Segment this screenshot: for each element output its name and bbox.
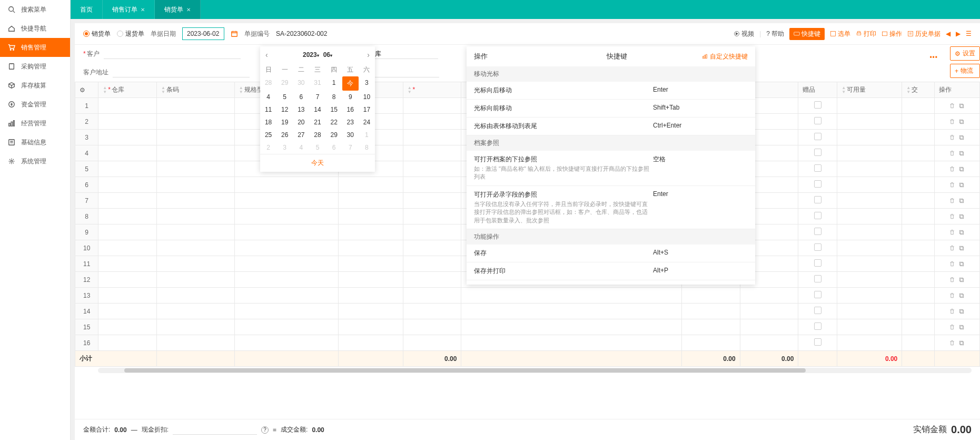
day-cell[interactable]: 17 bbox=[359, 103, 375, 116]
gift-cell[interactable] bbox=[798, 224, 837, 240]
delete-icon[interactable] bbox=[949, 324, 955, 330]
cell[interactable] bbox=[157, 145, 235, 161]
cell[interactable] bbox=[902, 304, 935, 319]
sidebar-item-search[interactable]: 搜索菜单 bbox=[0, 0, 70, 19]
checkbox-icon[interactable] bbox=[814, 117, 821, 124]
day-cell[interactable]: 3 bbox=[276, 141, 293, 154]
delete-icon[interactable] bbox=[949, 213, 955, 220]
date-input[interactable]: 2023-06-02 bbox=[182, 27, 224, 40]
cell[interactable] bbox=[902, 335, 935, 351]
cell[interactable] bbox=[338, 288, 403, 304]
cell[interactable] bbox=[740, 304, 798, 319]
cell[interactable] bbox=[403, 145, 461, 161]
cell[interactable] bbox=[338, 272, 403, 288]
cell[interactable] bbox=[338, 304, 403, 319]
cell[interactable] bbox=[157, 240, 235, 256]
cell[interactable] bbox=[338, 224, 403, 240]
cell[interactable] bbox=[98, 272, 157, 288]
day-cell[interactable]: 4 bbox=[293, 141, 309, 154]
cell[interactable] bbox=[837, 98, 902, 114]
sidebar-item-basic[interactable]: 基础信息 bbox=[0, 133, 70, 152]
month-select[interactable]: 06▾ bbox=[323, 51, 332, 58]
copy-icon[interactable] bbox=[958, 324, 965, 330]
close-icon[interactable]: ✕ bbox=[186, 7, 191, 13]
day-cell[interactable]: 22 bbox=[326, 116, 342, 129]
cell[interactable] bbox=[157, 272, 235, 288]
cell[interactable] bbox=[403, 319, 461, 335]
delete-icon[interactable] bbox=[949, 150, 955, 157]
day-cell[interactable]: 7 bbox=[309, 91, 325, 103]
cell[interactable] bbox=[837, 145, 902, 161]
delete-icon[interactable] bbox=[949, 134, 955, 141]
gift-cell[interactable] bbox=[798, 161, 837, 177]
checkbox-icon[interactable] bbox=[814, 322, 821, 330]
sidebar-item-system[interactable]: 系统管理 bbox=[0, 152, 70, 171]
col-barcode[interactable]: ▲▼条码 bbox=[157, 82, 235, 98]
col-req[interactable]: ▲▼* bbox=[403, 82, 461, 98]
gift-cell[interactable] bbox=[798, 177, 837, 193]
cell[interactable] bbox=[98, 161, 157, 177]
cell[interactable] bbox=[338, 209, 403, 224]
cell[interactable] bbox=[338, 240, 403, 256]
gift-cell[interactable] bbox=[798, 114, 837, 130]
cell[interactable] bbox=[403, 177, 461, 193]
radio-return[interactable]: 退货单 bbox=[117, 30, 144, 38]
cell[interactable] bbox=[157, 177, 235, 193]
day-cell[interactable]: 19 bbox=[276, 116, 293, 129]
operate-button[interactable]: 操作 bbox=[882, 30, 902, 38]
day-cell[interactable]: 27 bbox=[293, 129, 309, 141]
cell[interactable] bbox=[234, 304, 338, 319]
cell[interactable] bbox=[902, 177, 935, 193]
day-cell[interactable]: 24 bbox=[359, 116, 375, 129]
day-cell[interactable]: 6 bbox=[293, 91, 309, 103]
cell[interactable] bbox=[403, 304, 461, 319]
cell[interactable] bbox=[98, 288, 157, 304]
gift-cell[interactable] bbox=[798, 240, 837, 256]
cell[interactable] bbox=[157, 161, 235, 177]
copy-icon[interactable] bbox=[958, 213, 965, 220]
day-cell[interactable]: 29 bbox=[326, 129, 342, 141]
cell[interactable] bbox=[902, 240, 935, 256]
gift-cell[interactable] bbox=[798, 256, 837, 272]
cash-discount-input[interactable] bbox=[173, 425, 257, 435]
cell[interactable] bbox=[98, 209, 157, 224]
cell[interactable] bbox=[234, 272, 338, 288]
cell[interactable] bbox=[461, 304, 681, 319]
cell[interactable] bbox=[157, 98, 235, 114]
cell[interactable] bbox=[403, 98, 461, 114]
cell[interactable] bbox=[837, 224, 902, 240]
scrollbar-thumb[interactable] bbox=[124, 368, 806, 373]
help-icon[interactable]: ? bbox=[261, 426, 269, 434]
cell[interactable] bbox=[234, 193, 338, 209]
customer-input[interactable] bbox=[104, 49, 241, 59]
cell[interactable] bbox=[902, 319, 935, 335]
cell[interactable] bbox=[837, 130, 902, 145]
checkbox-icon[interactable] bbox=[814, 338, 821, 346]
cell[interactable] bbox=[338, 177, 403, 193]
delete-icon[interactable] bbox=[949, 245, 955, 251]
cell[interactable] bbox=[902, 272, 935, 288]
cell[interactable] bbox=[902, 209, 935, 224]
cell[interactable] bbox=[98, 98, 157, 114]
day-cell[interactable]: 28 bbox=[309, 129, 325, 141]
day-cell[interactable]: 31 bbox=[309, 76, 325, 91]
gift-cell[interactable] bbox=[798, 335, 837, 351]
logistics-button[interactable]: +物流 bbox=[950, 64, 980, 78]
checkbox-icon[interactable] bbox=[814, 291, 821, 298]
cell[interactable] bbox=[157, 335, 235, 351]
day-cell[interactable]: 8 bbox=[359, 141, 375, 154]
cell[interactable] bbox=[98, 130, 157, 145]
cell[interactable] bbox=[837, 335, 902, 351]
col-gift[interactable]: 赠品 bbox=[798, 82, 837, 98]
menu-icon[interactable]: ☰ bbox=[966, 30, 972, 37]
checkbox-icon[interactable] bbox=[814, 196, 821, 203]
cell[interactable] bbox=[461, 335, 681, 351]
cell[interactable] bbox=[837, 209, 902, 224]
radio-sale[interactable]: 销货单 bbox=[83, 30, 111, 38]
checkbox-icon[interactable] bbox=[814, 259, 821, 267]
day-cell[interactable]: 7 bbox=[342, 141, 359, 154]
day-cell[interactable]: 2 bbox=[260, 141, 276, 154]
day-cell[interactable]: 1 bbox=[359, 129, 375, 141]
day-cell[interactable]: 1 bbox=[326, 76, 342, 91]
cell[interactable] bbox=[681, 304, 740, 319]
